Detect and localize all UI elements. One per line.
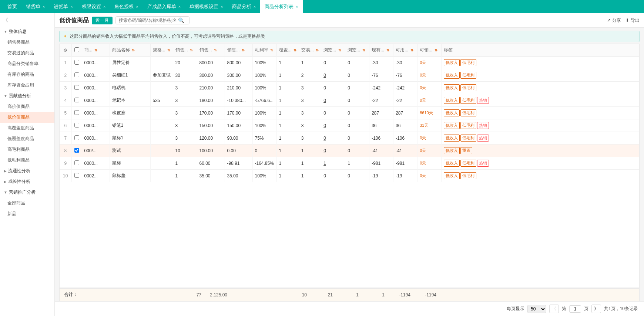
sidebar-group-contribution[interactable]: ▼ 贡献值分析	[0, 91, 54, 101]
search-icon[interactable]: 🔍	[178, 17, 184, 23]
sidebar-group-liquidity[interactable]: ▶ 流通性分析	[0, 166, 54, 176]
browse1-value[interactable]: 0	[323, 85, 326, 91]
product-name[interactable]: 鼠标1	[110, 132, 150, 145]
browse1-value[interactable]: 0	[323, 136, 326, 141]
nav-sales[interactable]: 销货单 ×	[21, 0, 49, 13]
sidebar-collapse-btn[interactable]: 《	[3, 17, 8, 24]
cover: 1	[276, 94, 299, 107]
trade: 2	[299, 69, 321, 82]
close-icon[interactable]: ×	[254, 4, 256, 9]
sidebar-item-new-products[interactable]: 新品	[0, 208, 54, 219]
row-checkbox[interactable]	[74, 135, 79, 140]
row-checkbox[interactable]	[74, 148, 79, 153]
sidebar-item-sales-products[interactable]: 销售类商品	[0, 37, 54, 48]
nav-product-entry[interactable]: 产成品入库单 ×	[143, 0, 185, 13]
table-body: 1 0000... 属性定价 20 800.00 800.00 100% 1 1…	[60, 57, 639, 182]
product-tag: 低收入	[444, 135, 460, 142]
share-btn[interactable]: ↗ 分享	[607, 17, 621, 24]
product-name[interactable]: 铅笔1	[110, 119, 150, 132]
product-name[interactable]: 鼠标垫	[110, 170, 150, 182]
sales-amt: 100.00	[197, 145, 225, 157]
trade-col-header: 交易... ⇅	[299, 44, 321, 57]
sidebar-item-stock-funds[interactable]: 库存资金占用	[0, 80, 54, 91]
row-checkbox[interactable]	[74, 60, 79, 65]
nav-purchase[interactable]: 进货单 ×	[49, 0, 77, 13]
row-num: 6	[60, 119, 71, 132]
available-stock: -106	[393, 132, 417, 145]
product-name[interactable]: 橡皮擦	[110, 107, 150, 119]
browse1-value[interactable]: 0	[323, 73, 326, 78]
current-stock: -19	[369, 170, 393, 182]
sidebar-item-all-products[interactable]: 全部商品	[0, 198, 54, 208]
browse1-value[interactable]: 0	[323, 148, 326, 153]
sidebar-group-growth[interactable]: ▶ 成长性分析	[0, 176, 54, 187]
nav-permissions[interactable]: 权限设置 ×	[77, 0, 110, 13]
product-name[interactable]: 鼠标	[110, 157, 150, 170]
row-checkbox[interactable]	[74, 72, 79, 77]
prev-page-btn[interactable]: 《	[549, 305, 559, 313]
sidebar-item-low-value[interactable]: 低价值商品	[0, 112, 54, 123]
next-page-btn[interactable]: 》	[591, 305, 601, 313]
row-checkbox[interactable]	[74, 160, 79, 165]
per-page-select[interactable]: 50 100 200	[527, 305, 546, 313]
filter-recent-month-btn[interactable]: 近一月	[92, 17, 113, 24]
page-input[interactable]	[569, 305, 581, 313]
export-btn[interactable]: ⬇ 导出	[625, 17, 640, 24]
select-all-checkbox[interactable]	[74, 47, 79, 52]
nav-roles[interactable]: 角色授权 ×	[110, 0, 142, 13]
row-checkbox-cell	[71, 69, 82, 82]
browse2: 0	[345, 132, 369, 145]
product-name[interactable]: 电话机	[110, 82, 150, 94]
row-checkbox[interactable]	[74, 123, 79, 128]
close-icon[interactable]: ×	[221, 4, 223, 9]
sidebar-item-traded-products[interactable]: 交易过的商品	[0, 48, 54, 58]
nav-product-analysis[interactable]: 商品分析 ×	[228, 0, 260, 13]
product-code: 0000...	[82, 82, 110, 94]
close-icon[interactable]: ×	[178, 4, 181, 9]
available-stock: -41	[393, 145, 417, 157]
info-bar: ✦ 这部分商品的销售收入大幅低于商品平均销售收入，价值不高，可考虑调整营销策略，…	[59, 31, 640, 42]
sidebar-group-overall[interactable]: ▼ 整体信息	[0, 26, 54, 37]
gear-icon[interactable]: ⚙	[63, 48, 67, 53]
product-name[interactable]: 吴细细1	[110, 69, 150, 82]
days-badge: 0天	[417, 157, 442, 170]
product-name[interactable]: 属性定价	[110, 57, 150, 69]
sidebar-item-category-sales-rate[interactable]: 商品分类销售率	[0, 58, 54, 69]
close-icon[interactable]: ×	[296, 4, 298, 9]
sidebar-item-low-coverage[interactable]: 低覆盖度商品	[0, 133, 54, 144]
saleable-col-header: 可销... ⇅	[417, 44, 442, 57]
browse1-value[interactable]: 1	[323, 161, 326, 166]
sidebar-item-stock-products[interactable]: 有库存的商品	[0, 69, 54, 80]
browse1-value[interactable]: 0	[323, 98, 326, 103]
nav-home[interactable]: 首页	[3, 0, 21, 13]
tags-cell: 低收入低毛利	[442, 82, 639, 94]
row-num: 4	[60, 94, 71, 107]
sidebar-item-low-margin[interactable]: 低毛利商品	[0, 155, 54, 166]
row-checkbox[interactable]	[74, 173, 79, 178]
row-checkbox-cell	[71, 57, 82, 69]
browse1-value[interactable]: 0	[323, 60, 326, 65]
table-row: 1 0000... 属性定价 20 800.00 800.00 100% 1 1…	[60, 57, 639, 69]
gross-rate: 0	[252, 145, 276, 157]
browse1-value[interactable]: 0	[323, 111, 326, 116]
sidebar-item-high-margin[interactable]: 高毛利商品	[0, 144, 54, 155]
sidebar-item-high-value[interactable]: 高价值商品	[0, 101, 54, 112]
close-icon[interactable]: ×	[136, 4, 138, 9]
close-icon[interactable]: ×	[70, 4, 73, 9]
search-input[interactable]	[119, 18, 178, 23]
browse1-value[interactable]: 0	[323, 173, 326, 179]
row-checkbox-cell	[71, 119, 82, 132]
close-icon[interactable]: ×	[103, 4, 105, 9]
current-col-header: 现有... ⇅	[369, 44, 393, 57]
product-name[interactable]: 笔记本	[110, 94, 150, 107]
product-name[interactable]: 测试	[110, 145, 150, 157]
close-icon[interactable]: ×	[43, 4, 45, 9]
nav-template-settings[interactable]: 单据模板设置 ×	[185, 0, 227, 13]
nav-product-analysis-list[interactable]: 商品分析列表 ×	[260, 0, 302, 13]
sidebar-item-high-coverage[interactable]: 高覆盖度商品	[0, 123, 54, 133]
sidebar-group-marketing[interactable]: ▼ 营销推广分析	[0, 187, 54, 198]
row-checkbox[interactable]	[74, 85, 79, 90]
row-checkbox[interactable]	[74, 98, 79, 102]
row-checkbox[interactable]	[74, 110, 79, 115]
browse1-value[interactable]: 0	[323, 123, 326, 128]
